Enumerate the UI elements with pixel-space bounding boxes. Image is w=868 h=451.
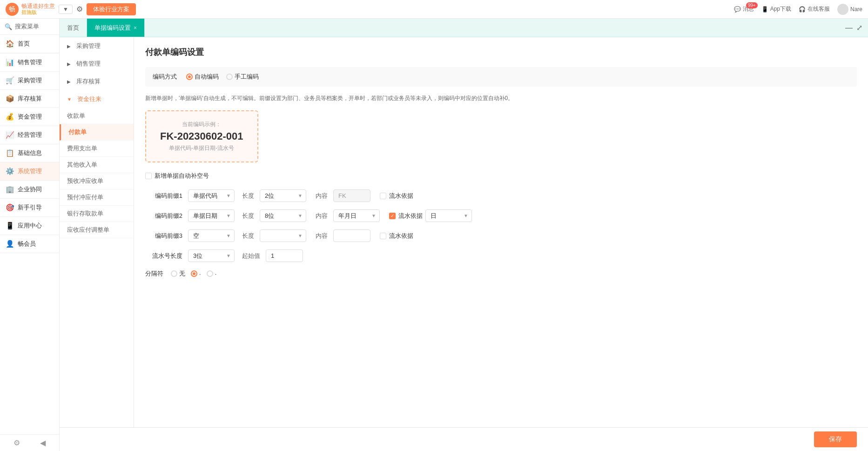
sidebar-item-sales[interactable]: 📊 销售管理 <box>0 54 59 71</box>
prefix3-label: 编码前缀3 <box>145 232 182 240</box>
prefix1-content-label: 内容 <box>316 192 328 200</box>
prefix2-flow-group: ✓ 流水依据 日 <box>389 209 472 222</box>
prefix2-select-wrapper: 单据日期 <box>188 209 235 222</box>
prefix1-label: 编码前缀1 <box>145 192 182 200</box>
home-icon: 🏠 <box>6 40 14 48</box>
encoding-method-section: 编码方式 自动编码 手工编码 <box>145 67 857 87</box>
collapse-sidebar-button[interactable]: ◀ <box>40 438 46 447</box>
top-bar-controls: ▼ ⚙ 体验行业方案 <box>59 3 136 15</box>
bottom-bar: 保存 <box>60 427 868 451</box>
auto-fill-row: 新增单据自动补空号 <box>145 172 857 180</box>
manual-encoding-radio[interactable]: 手工编码 <box>226 73 259 81</box>
top-bar-right: 💬 消息 99+ 📱 App下载 🎧 在线客服 Nare <box>734 4 862 15</box>
settings-bottom-button[interactable]: ⚙ <box>13 438 20 447</box>
experience-button[interactable]: 体验行业方案 <box>87 3 136 15</box>
nav-member: 👤 畅会员 <box>0 235 59 253</box>
submenu-other-income[interactable]: 其他收入单 <box>60 157 134 173</box>
info-text: 新增单据时，'单据编码'自动生成，不可编辑。前缀设置为部门、业务员等档案类，开单… <box>145 94 857 103</box>
preview-box: 当前编码示例： FK-20230602-001 单据代码-单据日期-流水号 <box>145 110 258 162</box>
auto-fill-checkbox[interactable] <box>145 173 152 179</box>
tab-close-icon[interactable]: × <box>134 25 137 31</box>
main-layout: 🔍 搜索菜单 🏠 首页 📊 销售管理 🛒 采购管理 📦 库存核算 <box>0 19 868 451</box>
submenu-sales[interactable]: ▶ 销售管理 <box>60 55 134 73</box>
submenu-advance-pay[interactable]: 预付冲应付单 <box>60 189 134 206</box>
submenu-bank-deposit[interactable]: 银行存取款单 <box>60 206 134 222</box>
main-form-area: 付款单编码设置 编码方式 自动编码 手工编码 <box>134 37 868 427</box>
logo: 畅 畅通道好生意 措施版 <box>6 3 55 16</box>
prefix2-content-label: 内容 <box>316 212 328 220</box>
top-bar: 畅 畅通道好生意 措施版 ▼ ⚙ 体验行业方案 💬 消息 99+ 📱 App下载… <box>0 0 868 19</box>
sidebar-item-finance[interactable]: 💰 资金管理 <box>0 108 59 126</box>
sidebar-item-basic[interactable]: 📋 基础信息 <box>0 144 59 162</box>
prefix2-select[interactable]: 单据日期 <box>188 209 235 222</box>
page-title: 付款单编码设置 <box>145 47 857 58</box>
serial-length-select[interactable]: 3位 <box>188 249 235 262</box>
sidebar-item-guide[interactable]: 🎯 新手引导 <box>0 199 59 216</box>
auto-encoding-radio-icon <box>186 74 193 80</box>
preview-label: 当前编码示例： <box>160 121 243 128</box>
tab-code-setting[interactable]: 单据编码设置 × <box>87 19 145 37</box>
manual-encoding-radio-icon <box>226 74 233 80</box>
online-service-button[interactable]: 🎧 在线客服 <box>799 5 830 13</box>
prefix2-flow-checkbox[interactable]: ✓ <box>389 213 396 219</box>
nav-purchase: 🛒 采购管理 <box>0 72 59 90</box>
save-button[interactable]: 保存 <box>814 431 857 447</box>
prefix3-content-input[interactable] <box>333 229 370 242</box>
purchase-icon: 🛒 <box>6 76 14 85</box>
search-menu-button[interactable]: 🔍 搜索菜单 <box>0 19 59 35</box>
expand-button[interactable]: ⤢ <box>856 23 862 32</box>
prefix2-flow-period-select[interactable]: 日 <box>425 209 472 222</box>
user-profile[interactable]: Nare <box>837 4 862 15</box>
prefix1-content-input[interactable] <box>333 189 370 202</box>
tab-home[interactable]: 首页 <box>60 19 87 37</box>
prefix3-length-select[interactable] <box>260 229 306 242</box>
basic-icon: 📋 <box>6 149 14 157</box>
start-value-label: 起始值 <box>242 252 260 260</box>
preview-desc: 单据代码-单据日期-流水号 <box>160 144 243 152</box>
prefix3-select[interactable]: 空 <box>188 229 235 242</box>
prefix1-length-select[interactable]: 2位 <box>260 189 306 202</box>
separator-row: 分隔符 无 · · <box>145 269 857 278</box>
sep-none-radio[interactable]: 无 <box>171 269 185 278</box>
sidebar-item-inventory[interactable]: 📦 库存核算 <box>0 90 59 108</box>
prefix2-content-select[interactable]: 年月日 <box>333 209 380 222</box>
sep-dot-radio-icon <box>207 270 213 277</box>
sidebar-item-purchase[interactable]: 🛒 采购管理 <box>0 72 59 89</box>
submenu-receipt[interactable]: 收款单 <box>60 108 134 124</box>
sep-dash-radio[interactable]: · <box>191 270 201 277</box>
prefix3-flow-label: 流水依据 <box>389 232 413 240</box>
sidebar-item-appstore[interactable]: 📱 应用中心 <box>0 217 59 235</box>
member-icon: 👤 <box>6 240 14 248</box>
sidebar-item-operations[interactable]: 📈 经营管理 <box>0 126 59 144</box>
workspace-dropdown[interactable]: ▼ <box>59 5 73 14</box>
submenu-capital[interactable]: ▼ 资金往来 <box>60 90 134 108</box>
submenu-advance-receive[interactable]: 预收冲应收单 <box>60 173 134 189</box>
submenu-payment[interactable]: 付款单 <box>60 124 134 141</box>
prefix1-select[interactable]: 单据代码 <box>188 189 235 202</box>
settings-gear-icon[interactable]: ⚙ <box>76 5 83 13</box>
sidebar-item-home[interactable]: 🏠 首页 <box>0 35 59 53</box>
submenu-purchase[interactable]: ▶ 采购管理 <box>60 37 134 55</box>
encoding-radio-group: 自动编码 手工编码 <box>186 73 259 81</box>
sidebar-item-company[interactable]: 🏢 企业协同 <box>0 181 59 198</box>
auto-encoding-radio[interactable]: 自动编码 <box>186 73 219 81</box>
message-button[interactable]: 💬 消息 99+ <box>734 5 754 13</box>
submenu-expense[interactable]: 费用支出单 <box>60 141 134 157</box>
prefix2-length-select[interactable]: 8位 <box>260 209 306 222</box>
app-download-button[interactable]: 📱 App下载 <box>761 5 791 13</box>
prefix1-flow-checkbox[interactable] <box>380 193 386 199</box>
submenu-receivable-adjust[interactable]: 应收应付调整单 <box>60 222 134 238</box>
minimize-button[interactable]: — <box>845 24 853 32</box>
avatar <box>837 4 848 15</box>
submenu-inventory[interactable]: ▶ 库存核算 <box>60 73 134 90</box>
prefix2-length-select-wrapper: 8位 <box>260 209 306 222</box>
prefix1-length-select-wrapper: 2位 <box>260 189 306 202</box>
sidebar-item-member[interactable]: 👤 畅会员 <box>0 235 59 253</box>
sep-dot-radio[interactable]: · <box>207 270 217 277</box>
message-icon: 💬 <box>734 6 741 13</box>
start-value-input[interactable] <box>266 249 303 262</box>
app-download-icon: 📱 <box>761 6 768 13</box>
sep-dash-radio-icon <box>191 270 197 277</box>
sidebar-item-system[interactable]: ⚙️ 系统管理 <box>0 162 59 180</box>
prefix3-flow-checkbox[interactable] <box>380 233 386 239</box>
